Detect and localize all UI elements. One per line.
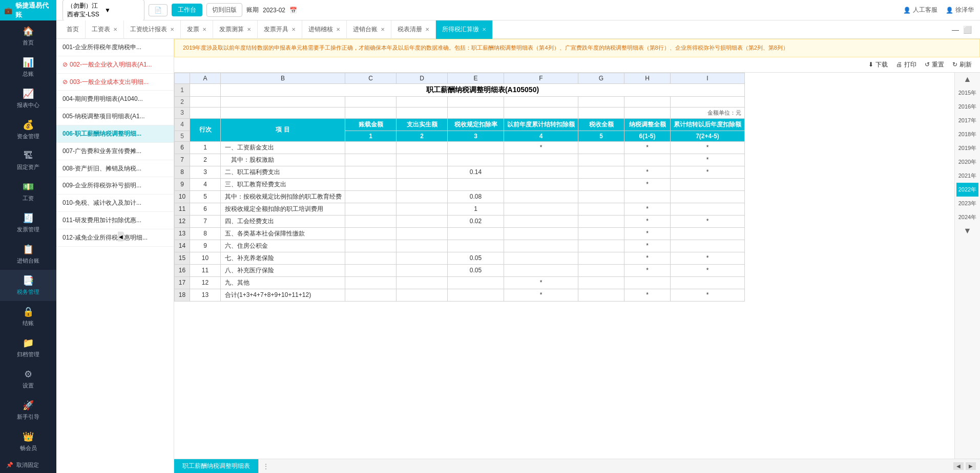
left-list-item-006[interactable]: 006-职工薪酬纳税调整明细... (56, 125, 174, 143)
cell-2a[interactable] (190, 96, 221, 107)
tab-home[interactable]: 首页 (60, 20, 86, 39)
cell-3b[interactable] (221, 107, 345, 118)
left-list-item-011[interactable]: 011-研发费用加计扣除优惠... (56, 212, 174, 229)
sidebar-item-tax-mgmt[interactable]: 📑税务管理 (0, 270, 56, 301)
sidebar-item-settings[interactable]: ⚙设置 (0, 363, 56, 395)
cell-3d[interactable] (397, 107, 448, 118)
scroll-left-btn[interactable]: ◀ (953, 462, 964, 470)
cell-3f[interactable] (504, 107, 578, 118)
sidebar-item-fixed-asset[interactable]: 🏗固定资产 (0, 145, 56, 176)
sidebar-item-invoice-mgmt[interactable]: 🧾发票管理 (0, 207, 56, 239)
error-icon: ⊘ (62, 61, 68, 68)
download-btn[interactable]: ⬇ 下载 (868, 60, 888, 69)
tab-maximize-btn[interactable]: ⬜ (963, 26, 972, 34)
left-list-item-012[interactable]: 012-减免企业所得税优惠明细... (56, 229, 174, 247)
sidebar-item-archive-mgmt[interactable]: 📁归档管理 (0, 332, 56, 363)
sheet-area[interactable]: A B C D E F G H I (174, 73, 954, 459)
sidebar-item-report-center[interactable]: 📈报表中心 (0, 83, 56, 114)
cell-3a[interactable] (190, 107, 221, 118)
tab-invoice[interactable]: 发票 ✕ (181, 20, 213, 39)
cell-2b[interactable] (221, 96, 345, 107)
left-list-item-008[interactable]: 008-资产折旧、摊销及纳税... (56, 160, 174, 178)
year-item-2020[interactable]: 2020年 (956, 155, 978, 169)
tab-payroll-stats[interactable]: 工资统计报表 ✕ (124, 20, 181, 39)
sidebar-item-asset-mgmt[interactable]: 💰资金管理 (0, 114, 56, 145)
sidebar-item-membership[interactable]: 👑畅会员 (0, 426, 56, 457)
tab-purchase-verify-close[interactable]: ✕ (336, 27, 340, 32)
reset-btn[interactable]: ↺ 重置 (925, 60, 944, 69)
bottom-dots[interactable]: ⋮ (259, 463, 273, 470)
header-e: 税收规定扣除率 (448, 118, 504, 131)
year-item-2023[interactable]: 2023年 (956, 197, 978, 210)
cell-3c[interactable] (345, 107, 397, 118)
year-nav-down[interactable]: ▼ (955, 224, 980, 238)
history-btn[interactable]: 切到旧版 (206, 3, 242, 17)
year-nav-up[interactable]: ▲ (955, 73, 980, 86)
calendar-icon[interactable]: 📅 (289, 7, 297, 14)
year-item-2021[interactable]: 2021年 (956, 169, 978, 183)
sidebar-label-new-guide: 新手引导 (17, 413, 39, 421)
cell-2c[interactable] (345, 96, 397, 107)
print-btn[interactable]: 🖨 打印 (896, 60, 916, 69)
tab-purchase-ledger-close[interactable]: ✕ (381, 27, 385, 32)
sidebar-item-new-guide[interactable]: 🚀新手引导 (0, 395, 56, 426)
collapse-panel-btn[interactable]: ◀ (118, 232, 124, 242)
cell-3h[interactable] (624, 107, 671, 118)
tab-invoice-close[interactable]: ✕ (202, 27, 206, 32)
tab-payroll[interactable]: 工资表 ✕ (86, 20, 124, 39)
refresh-btn[interactable]: ↻ 刷新 (952, 60, 972, 69)
customer-service-item[interactable]: 👤 人工客服 (903, 6, 937, 14)
tab-income-tax-close[interactable]: ✕ (482, 27, 486, 32)
tab-invoice-open[interactable]: 发票开具 ✕ (258, 20, 302, 39)
cancel-fixed-item[interactable]: 📌 取消固定 (0, 457, 56, 473)
tab-invoice-calc-close[interactable]: ✕ (247, 27, 251, 32)
user-info-item[interactable]: 👤 徐泽华 (946, 6, 974, 14)
left-list-item-005[interactable]: 005-纳税调整项目明细表(A1... (56, 108, 174, 125)
col-header-g: G (578, 73, 624, 83)
left-list-item-009[interactable]: 009-企业所得税弥补亏损明... (56, 177, 174, 195)
tab-invoice-open-close[interactable]: ✕ (291, 27, 296, 32)
left-list-item-004[interactable]: 004-期间费用明细表(A1040... (56, 91, 174, 108)
left-list-item-001[interactable]: 001-企业所得税年度纳税申... (56, 39, 174, 56)
cell-2i[interactable] (671, 96, 745, 107)
year-item-2017[interactable]: 2017年 (956, 114, 978, 127)
cell-2h[interactable] (624, 96, 671, 107)
workspace-btn[interactable]: 工作台 (172, 4, 202, 16)
sidebar-item-payroll[interactable]: 💵工资 (0, 176, 56, 207)
cell-2e[interactable] (448, 96, 504, 107)
year-item-2022[interactable]: 2022年 (956, 183, 978, 197)
year-item-2015[interactable]: 2015年 (956, 86, 978, 100)
tab-income-tax[interactable]: 所得税汇算缴 ✕ (436, 20, 493, 39)
sidebar-item-closing[interactable]: 🔒结账 (0, 301, 56, 332)
top-header: （勿删）江西睿宝-LSS ▼ 📄 工作台 切到旧版 账期 2023-02 📅 👤… (56, 0, 980, 20)
cell-2f[interactable] (504, 96, 578, 107)
year-item-2018[interactable]: 2018年 (956, 127, 978, 141)
scroll-right-btn[interactable]: ▶ (966, 462, 976, 470)
company-selector[interactable]: （勿删）江西睿宝-LSS ▼ (62, 0, 144, 21)
cell-3g[interactable] (578, 107, 624, 118)
cell-2g[interactable] (578, 96, 624, 107)
cell-3e[interactable] (448, 107, 504, 118)
tab-tax-clearance-close[interactable]: ✕ (425, 27, 429, 32)
cell-2d[interactable] (397, 96, 448, 107)
year-item-2024[interactable]: 2024年 (956, 210, 978, 224)
tab-invoice-calc[interactable]: 发票测算 ✕ (213, 20, 258, 39)
sidebar-item-sales-ledger[interactable]: 📋进销台账 (0, 239, 56, 270)
tab-purchase-ledger[interactable]: 进销台账 ✕ (347, 20, 391, 39)
tab-payroll-stats-close[interactable]: ✕ (170, 27, 174, 32)
sidebar-item-home[interactable]: 🏠首页 (0, 20, 56, 52)
left-list-item-002[interactable]: ⊘002-一般企业收入明细表(A1... (56, 56, 174, 74)
left-list-item-010[interactable]: 010-免税、减计收入及加计... (56, 195, 174, 212)
sidebar-item-general-ledger[interactable]: 📊总账 (0, 52, 56, 83)
year-item-2019[interactable]: 2019年 (956, 141, 978, 155)
left-list-item-003[interactable]: ⊘003-一般企业成本支出明细... (56, 74, 174, 91)
tab-payroll-close[interactable]: ✕ (113, 27, 117, 32)
tab-tax-clearance[interactable]: 税表清册 ✕ (391, 20, 436, 39)
bottom-sheet-tab[interactable]: 职工薪酬纳税调整明细表 (174, 459, 259, 473)
cell-1a[interactable] (190, 83, 221, 96)
doc-btn[interactable]: 📄 (149, 4, 168, 16)
left-list-item-007[interactable]: 007-广告费和业务宣传费摊... (56, 143, 174, 160)
year-item-2016[interactable]: 2016年 (956, 100, 978, 114)
tab-minimize-btn[interactable]: — (952, 26, 959, 34)
tab-purchase-verify[interactable]: 进销稽核 ✕ (302, 20, 347, 39)
